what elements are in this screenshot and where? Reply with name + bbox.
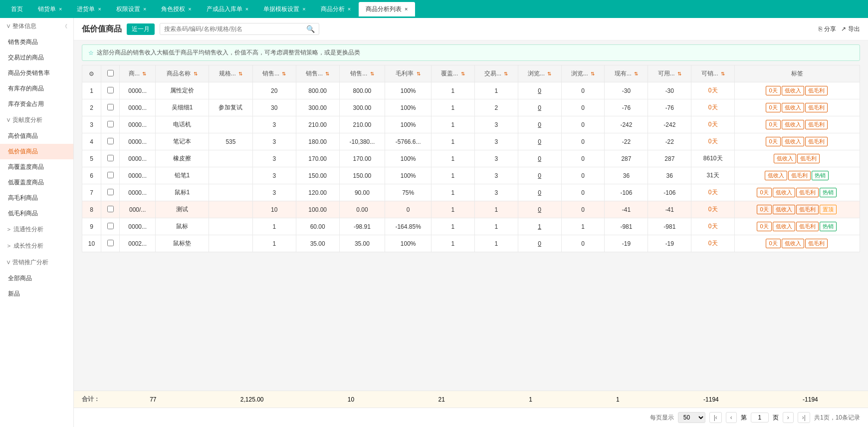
row-tags: 0天低收入低毛利 — [735, 116, 860, 133]
nav-tab-sales[interactable]: 销货单 × — [31, 2, 69, 16]
row-select-checkbox[interactable] — [107, 87, 114, 93]
per-page-select[interactable]: 50 100 200 — [678, 412, 705, 423]
row-pageviews1[interactable]: 0 — [518, 116, 561, 133]
nav-tab-purchase[interactable]: 进货单 × — [70, 2, 108, 16]
row-select-checkbox[interactable] — [107, 223, 114, 229]
sales-amount-col-header[interactable]: 销售... ⇅ — [296, 65, 339, 82]
stock-col-header[interactable]: 现有... ⇅ — [605, 65, 648, 82]
export-button[interactable]: ↗ 导出 — [841, 25, 860, 33]
gross-rate-col-header[interactable]: 毛利率 ⇅ — [385, 65, 432, 82]
sidebar-item-high-margin[interactable]: 高毛利商品 — [0, 190, 73, 206]
row-select-checkbox[interactable] — [107, 121, 114, 127]
spec-col-header[interactable]: 规格... ⇅ — [209, 65, 253, 82]
nav-tab-home[interactable]: 首页 — [4, 2, 30, 16]
time-filter-button[interactable]: 近一月 — [127, 23, 155, 35]
row-select-checkbox[interactable] — [107, 104, 114, 110]
row-checkbox[interactable] — [101, 218, 119, 235]
name-col-header[interactable]: 商品名称 ⇅ — [155, 65, 209, 82]
sidebar-item-low-value[interactable]: 低价值商品 — [0, 144, 73, 159]
row-select-checkbox[interactable] — [107, 189, 114, 195]
sidebar-item-all-products[interactable]: 全部商品 — [0, 271, 73, 286]
row-pageviews1[interactable]: 0 — [518, 99, 561, 116]
close-icon[interactable]: × — [348, 6, 351, 12]
nav-tab-templates[interactable]: 单据模板设置 × — [256, 2, 312, 16]
sellable-col-header[interactable]: 可销... ⇅ — [691, 65, 735, 82]
code-col-header[interactable]: 商... ⇅ — [120, 65, 156, 82]
row-sales-amount: 35.00 — [296, 235, 339, 252]
row-pageviews1[interactable]: 1 — [518, 218, 561, 235]
row-select-checkbox[interactable] — [107, 155, 114, 161]
sidebar-item-high-value[interactable]: 高价值商品 — [0, 128, 73, 144]
settings-col-header[interactable]: ⚙ — [82, 65, 101, 82]
close-icon[interactable]: × — [98, 6, 101, 12]
sidebar-item-high-coverage[interactable]: 高覆盖度商品 — [0, 159, 73, 175]
row-pageviews1[interactable]: 0 — [518, 201, 561, 218]
search-input[interactable] — [164, 25, 304, 32]
nav-tab-roles[interactable]: 角色授权 × — [154, 2, 198, 16]
row-select-checkbox[interactable] — [107, 240, 114, 246]
pageviews1-col-header[interactable]: 浏览... ⇅ — [518, 65, 561, 82]
sidebar-group-overview[interactable]: ∨ 整体信息 《 — [0, 18, 73, 34]
select-all-checkbox[interactable] — [107, 70, 114, 76]
pageviews2-col-header[interactable]: 浏览... ⇅ — [561, 65, 605, 82]
row-checkbox[interactable] — [101, 133, 119, 150]
close-icon[interactable]: × — [59, 6, 62, 12]
row-pageviews1[interactable]: 0 — [518, 184, 561, 201]
sidebar-group-contribution[interactable]: ∨ 贡献度分析 — [0, 112, 73, 128]
nav-tab-products[interactable]: 产成品入库单 × — [200, 2, 255, 16]
footer-sales-amount: 2,125.00 — [240, 396, 264, 403]
row-checkbox[interactable] — [101, 116, 119, 133]
row-checkbox[interactable] — [101, 167, 119, 184]
row-spec: 参加复试 — [209, 99, 253, 116]
nav-tab-analysis-list[interactable]: 商品分析列表 × — [359, 2, 415, 16]
row-pageviews1[interactable]: 0 — [518, 150, 561, 167]
sidebar-group-marketing[interactable]: ∨ 营销推广分析 — [0, 254, 73, 271]
page-input[interactable] — [751, 413, 769, 423]
close-icon[interactable]: × — [188, 6, 191, 12]
row-checkbox[interactable] — [101, 150, 119, 167]
row-pageviews1[interactable]: 0 — [518, 82, 561, 99]
share-button[interactable]: ⎘ 分享 — [819, 25, 836, 33]
prev-page-button[interactable]: ‹ — [726, 412, 737, 423]
sidebar-item-traded-products[interactable]: 交易过的商品 — [0, 50, 73, 65]
row-pageviews1[interactable]: 0 — [518, 133, 561, 150]
sales-qty-col-header[interactable]: 销售... ⇅ — [252, 65, 296, 82]
row-select-checkbox[interactable] — [107, 138, 114, 144]
close-icon[interactable]: × — [302, 6, 305, 12]
transactions-col-header[interactable]: 交易... ⇅ — [474, 65, 518, 82]
row-pageviews2: 0 — [561, 167, 605, 184]
sidebar-item-stock-funds[interactable]: 库存资金占用 — [0, 96, 73, 112]
sales-gross-col-header[interactable]: 销售... ⇅ — [339, 65, 385, 82]
sidebar-group-circulation[interactable]: ＞ 流通性分析 — [0, 221, 73, 238]
row-checkbox[interactable] — [101, 201, 119, 218]
sidebar-item-new-products[interactable]: 新品 — [0, 286, 73, 302]
checkbox-col-header[interactable] — [101, 65, 119, 82]
row-checkbox[interactable] — [101, 235, 119, 252]
sidebar-item-category-sales-rate[interactable]: 商品分类销售率 — [0, 65, 73, 81]
row-select-checkbox[interactable] — [107, 206, 114, 212]
row-select-checkbox[interactable] — [107, 172, 114, 178]
search-icon[interactable]: 🔍 — [306, 25, 315, 33]
row-pageviews1[interactable]: 0 — [518, 235, 561, 252]
row-checkbox[interactable] — [101, 184, 119, 201]
first-page-button[interactable]: |‹ — [709, 412, 722, 423]
row-checkbox[interactable] — [101, 99, 119, 116]
close-icon[interactable]: × — [405, 6, 408, 12]
next-page-button[interactable]: › — [783, 412, 794, 423]
sidebar-item-low-margin[interactable]: 低毛利商品 — [0, 206, 73, 221]
sidebar-item-stock-products[interactable]: 有库存的商品 — [0, 81, 73, 96]
last-page-button[interactable]: ›| — [798, 412, 810, 423]
coverage-col-header[interactable]: 覆盖... ⇅ — [431, 65, 474, 82]
sidebar-group-growth[interactable]: ＞ 成长性分析 — [0, 238, 73, 254]
row-checkbox[interactable] — [101, 82, 119, 99]
sidebar-item-low-coverage[interactable]: 低覆盖度商品 — [0, 175, 73, 190]
footer-pageviews1: 1 — [529, 396, 532, 403]
available-col-header[interactable]: 可用... ⇅ — [648, 65, 691, 82]
row-pageviews1[interactable]: 0 — [518, 167, 561, 184]
row-pageviews2: 0 — [561, 150, 605, 167]
sidebar-item-sales-products[interactable]: 销售类商品 — [0, 34, 73, 50]
close-icon[interactable]: × — [143, 6, 146, 12]
close-icon[interactable]: × — [245, 6, 248, 12]
nav-tab-permissions[interactable]: 权限设置 × — [109, 2, 153, 16]
nav-tab-analysis[interactable]: 商品分析 × — [314, 2, 358, 16]
